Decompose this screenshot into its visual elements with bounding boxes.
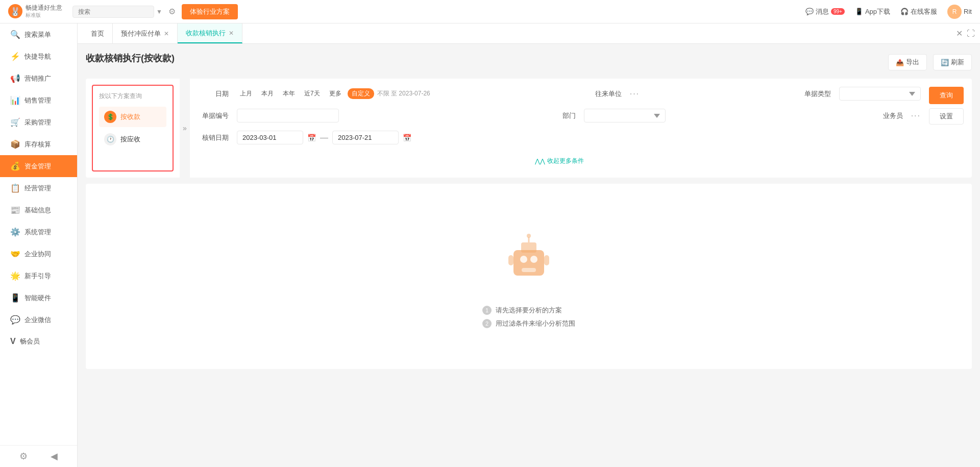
sidebar-item-label-basic: 基础信息 (24, 206, 51, 215)
export-btn[interactable]: 📤 导出 (888, 54, 927, 70)
sidebar-item-finance[interactable]: 💰 资金管理 (0, 155, 77, 177)
tab-writeoff-close[interactable]: ✕ (229, 30, 234, 37)
refresh-label: 刷新 (951, 58, 964, 67)
bill-no-input[interactable] (237, 109, 339, 122)
message-btn[interactable]: 💬 消息 99+ (805, 7, 845, 16)
settings-btn[interactable]: 设置 (929, 108, 964, 125)
filter-option-by-receivable[interactable]: 🕐 按应收 (99, 129, 166, 150)
svg-rect-4 (522, 268, 536, 272)
settings-icon[interactable]: ⚙ (168, 7, 176, 16)
marketing-icon: 📢 (10, 73, 20, 83)
sidebar: 🔍 搜索菜单 ⚡ 快捷导航 📢 营销推广 📊 销售管理 🛒 采购管理 📦 库存核… (0, 23, 78, 467)
dept-label: 部门 (545, 111, 576, 120)
finance-icon: 💰 (10, 161, 20, 171)
sidebar-item-purchase[interactable]: 🛒 采购管理 (0, 111, 77, 133)
sidebar-item-corp[interactable]: 🤝 企业协同 (0, 243, 77, 265)
sidebar-item-basic-info[interactable]: 📰 基础信息 (0, 199, 77, 221)
writeoff-date-range: 📅 — 📅 (237, 131, 411, 144)
sidebar-item-search[interactable]: 🔍 搜索菜单 (0, 23, 77, 45)
settings-bottom-icon[interactable]: ⚙ (19, 451, 28, 462)
refresh-btn[interactable]: 🔄 刷新 (933, 54, 972, 70)
online-service-btn[interactable]: 🎧 在线客服 (900, 7, 937, 16)
date-custom[interactable]: 自定义 (348, 88, 374, 99)
tab-prepay-label: 预付冲应付单 (121, 29, 161, 38)
tab-prepay[interactable]: 预付冲应付单 ✕ (113, 23, 178, 43)
empty-icon (498, 225, 559, 296)
svg-point-8 (527, 234, 531, 238)
app-download-btn[interactable]: 📱 App下载 (855, 7, 890, 16)
search-menu-icon: 🔍 (10, 30, 20, 39)
sidebar-item-member[interactable]: V 畅会员 (0, 331, 77, 352)
download-icon: 📱 (855, 8, 863, 15)
sidebar-item-hardware[interactable]: 📱 智能硬件 (0, 287, 77, 309)
step-2-num: 2 (482, 319, 492, 328)
sidebar-item-wechat[interactable]: 💬 企业微信 (0, 309, 77, 331)
sidebar-item-marketing[interactable]: 📢 营销推广 (0, 67, 77, 89)
filter-option-by-receipt[interactable]: 💲 按收款 (99, 107, 166, 127)
writeoff-from-cal-icon[interactable]: 📅 (307, 134, 316, 142)
tab-close-all-icon[interactable]: ✕ (956, 29, 963, 38)
sidebar-item-nav[interactable]: ⚡ 快捷导航 (0, 45, 77, 67)
sidebar-item-label-corp: 企业协同 (24, 250, 51, 259)
filter-options-panel: 按以下方案查询 💲 按收款 🕐 按应收 (92, 85, 174, 171)
sidebar-item-guide[interactable]: 🌟 新手引导 (0, 265, 77, 287)
content-area: 首页 预付冲应付单 ✕ 收款核销执行 ✕ ✕ ⛶ 收款核销执行(按收款) 📤 (78, 23, 980, 467)
tab-writeoff-label: 收款核销执行 (186, 29, 226, 38)
writeoff-from-input[interactable] (237, 131, 303, 144)
member-icon: V (10, 337, 16, 346)
service-icon: 🎧 (900, 8, 909, 15)
sidebar-item-label-member: 畅会员 (20, 337, 40, 346)
receipt-option-label: 按收款 (120, 112, 140, 121)
partner-dots: ··· (630, 89, 640, 99)
date-options: 上月 本月 本年 近7天 更多 自定义 不限 至 2023-07-26 (237, 88, 430, 99)
filter-left-title: 按以下方案查询 (99, 92, 166, 101)
query-btn[interactable]: 查询 (929, 87, 964, 104)
sidebar-item-sales[interactable]: 📊 销售管理 (0, 89, 77, 111)
dept-select[interactable] (584, 109, 666, 122)
svg-point-2 (520, 256, 527, 263)
collapse-sidebar-icon[interactable]: ◀ (51, 451, 58, 462)
date-this-year[interactable]: 本年 (280, 88, 298, 99)
writeoff-to-cal-icon[interactable]: 📅 (403, 134, 411, 142)
svg-point-3 (530, 256, 537, 263)
expand-more-btn[interactable]: ⋀⋀ 收起更多条件 (198, 153, 921, 169)
app-download-label: App下载 (865, 7, 890, 16)
filter-form: 日期 上月 本月 本年 近7天 更多 自定义 不限 至 2023-07-26 往… (190, 79, 929, 178)
industry-btn[interactable]: 体验行业方案 (182, 4, 238, 19)
bill-type-select[interactable] (839, 87, 921, 101)
empty-step-1-text: 请先选择要分析的方案 (496, 306, 562, 315)
filter-actions: 查询 设置 (929, 79, 972, 178)
filter-collapse-btn[interactable]: » (180, 79, 190, 178)
refresh-icon: 🔄 (941, 59, 949, 66)
tab-expand-icon[interactable]: ⛶ (967, 29, 975, 38)
date-more[interactable]: 更多 (326, 88, 345, 99)
sidebar-item-label-search: 搜索菜单 (24, 30, 51, 39)
user-info[interactable]: R Rit (947, 5, 972, 19)
top-search-input[interactable] (72, 6, 154, 18)
operations-icon: 📋 (10, 183, 20, 193)
svg-rect-5 (508, 255, 513, 265)
sidebar-item-label-operations: 经营管理 (24, 184, 51, 193)
sidebar-item-inventory[interactable]: 📦 库存核算 (0, 133, 77, 155)
tab-writeoff[interactable]: 收款核销执行 ✕ (178, 23, 242, 43)
receipt-icon: 💲 (104, 111, 116, 123)
empty-illustration (498, 225, 559, 286)
app-name: 畅捷通好生意 (26, 4, 62, 11)
sidebar-item-operations[interactable]: 📋 经营管理 (0, 177, 77, 199)
date-7days[interactable]: 近7天 (301, 88, 323, 99)
empty-step-2-text: 用过滤条件来缩小分析范围 (496, 319, 575, 328)
sidebar-item-system[interactable]: ⚙️ 系统管理 (0, 221, 77, 243)
date-last-month[interactable]: 上月 (237, 88, 255, 99)
sidebar-item-label-finance: 资金管理 (24, 162, 51, 171)
user-name: Rit (964, 8, 972, 15)
date-this-month[interactable]: 本月 (258, 88, 277, 99)
writeoff-to-input[interactable] (332, 131, 399, 144)
tab-prepay-close[interactable]: ✕ (164, 30, 169, 37)
export-icon: 📤 (896, 59, 904, 66)
nav-icon: ⚡ (10, 52, 20, 61)
tab-home[interactable]: 首页 (83, 23, 113, 43)
bill-no-label: 单据编号 (198, 111, 229, 120)
partner-label: 往来单位 (591, 89, 622, 99)
date-label: 日期 (198, 89, 229, 99)
sidebar-item-label-hardware: 智能硬件 (24, 293, 51, 303)
